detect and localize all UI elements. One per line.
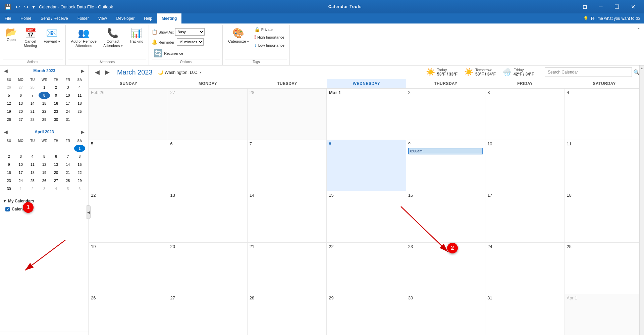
april-cal-cell[interactable]: [62, 145, 73, 152]
undo-icon[interactable]: ↩: [14, 3, 21, 11]
calendar-cell[interactable]: Mar 1: [327, 89, 406, 140]
march-cal-cell[interactable]: 6: [15, 92, 26, 99]
calendar-cell[interactable]: 23: [406, 243, 485, 294]
april-cal-cell[interactable]: 24: [15, 177, 26, 184]
calendar-cell[interactable]: 27: [168, 89, 247, 140]
calendar-cell[interactable]: Feb 26: [89, 89, 168, 140]
april-cal-cell[interactable]: 19: [39, 169, 50, 176]
april-cal-cell[interactable]: 6: [74, 185, 85, 192]
tab-developer[interactable]: Developer: [112, 13, 140, 23]
april-cal-cell[interactable]: 20: [51, 169, 62, 176]
scroll-up-arrow[interactable]: ▲: [640, 66, 644, 70]
april-cal-cell[interactable]: 8: [74, 153, 85, 160]
calendar-cell[interactable]: 21: [248, 243, 327, 294]
calendar-cell[interactable]: 22: [327, 243, 406, 294]
calendar-cell[interactable]: 2: [406, 89, 485, 140]
calendar-cell[interactable]: 17: [485, 191, 565, 243]
march-cal-cell[interactable]: 28: [27, 116, 38, 123]
march-cal-cell[interactable]: 21: [27, 108, 38, 115]
march-cal-cell[interactable]: 17: [62, 100, 73, 107]
april-cal-cell[interactable]: [3, 145, 14, 152]
march-cal-cell[interactable]: 16: [51, 100, 62, 107]
april-cal-cell[interactable]: 29: [74, 177, 85, 184]
calendar-cell[interactable]: 27: [168, 294, 247, 335]
april-cal-cell[interactable]: 26: [39, 177, 50, 184]
april-cal-cell[interactable]: 9: [3, 161, 14, 168]
tab-help[interactable]: Help: [139, 13, 157, 23]
tracking-button[interactable]: 📊 Tracking: [127, 26, 146, 45]
march-cal-cell[interactable]: 29: [39, 116, 50, 123]
calendar-cell[interactable]: 15: [327, 191, 406, 243]
contact-attendees-button[interactable]: 📞 ContactAttendees ▾: [101, 26, 125, 49]
march-cal-cell[interactable]: 9: [51, 92, 62, 99]
calendar-cell[interactable]: 14: [248, 191, 327, 243]
cancel-meeting-button[interactable]: 📅✕ CancelMeeting: [21, 26, 40, 49]
more-nav-button[interactable]: •••: [67, 334, 79, 335]
april-cal-cell[interactable]: 12: [39, 161, 50, 168]
high-importance-button[interactable]: ! High Importance: [253, 34, 286, 41]
forward-button[interactable]: 📧 Forward ▾: [41, 26, 62, 45]
april-cal-cell[interactable]: [39, 145, 50, 152]
march-cal-cell[interactable]: 31: [62, 116, 73, 123]
april-cal-cell[interactable]: 5: [62, 185, 73, 192]
april-cal-cell[interactable]: 30: [3, 185, 14, 192]
customize-icon[interactable]: ▾: [31, 3, 36, 11]
april-cal-cell[interactable]: [27, 145, 38, 152]
march-cal-cell[interactable]: 28: [27, 84, 38, 91]
april-prev-button[interactable]: ◀: [3, 129, 9, 135]
march-cal-cell[interactable]: 30: [51, 116, 62, 123]
minimize-button[interactable]: ─: [593, 1, 608, 12]
april-cal-cell[interactable]: 7: [62, 153, 73, 160]
march-cal-cell[interactable]: 14: [27, 100, 38, 107]
tab-folder[interactable]: Folder: [73, 13, 94, 23]
location-picker[interactable]: 🌙 Washington, D.C. ▾: [158, 70, 202, 75]
tab-meeting[interactable]: Meeting: [157, 13, 181, 23]
march-cal-cell[interactable]: 2: [51, 84, 62, 91]
calendar-cell[interactable]: 6: [168, 140, 247, 191]
low-importance-button[interactable]: ↓ Low Importance: [253, 42, 286, 49]
calendar-cell[interactable]: 12: [89, 191, 168, 243]
march-cal-cell[interactable]: 19: [3, 108, 14, 115]
calendar-cell[interactable]: 7: [248, 140, 327, 191]
categorize-button[interactable]: 🎨 Categorize ▾: [225, 26, 251, 45]
march-cal-cell[interactable]: 18: [74, 100, 85, 107]
april-cal-cell[interactable]: 1: [74, 145, 85, 152]
mail-nav-button[interactable]: ✉: [9, 333, 20, 335]
april-cal-cell[interactable]: 10: [15, 161, 26, 168]
sidebar-collapse-button[interactable]: ◀: [87, 205, 91, 219]
calendar-cell[interactable]: Apr 1: [565, 294, 644, 335]
march-cal-cell[interactable]: 4: [74, 84, 85, 91]
march-cal-cell[interactable]: 27: [15, 84, 26, 91]
calendar-cell[interactable]: 24: [485, 243, 565, 294]
calendar-cell[interactable]: 4: [565, 89, 644, 140]
april-cal-cell[interactable]: 6: [51, 153, 62, 160]
calendar-cell[interactable]: 8: [327, 140, 406, 191]
vertical-scrollbar[interactable]: ▲ ▼: [639, 65, 644, 335]
march-cal-cell[interactable]: 24: [62, 108, 73, 115]
collapse-ribbon-button[interactable]: ⌃: [634, 26, 643, 34]
calendar-cell[interactable]: 11: [565, 140, 644, 191]
cal-next-button[interactable]: ▶: [103, 68, 112, 77]
march-cal-cell[interactable]: 27: [15, 116, 26, 123]
march-next-button[interactable]: ▶: [79, 68, 86, 74]
calendar-cell[interactable]: 28: [248, 294, 327, 335]
calendar-cell[interactable]: 20: [168, 243, 247, 294]
calendar-cell[interactable]: 3: [485, 89, 565, 140]
march-cal-cell[interactable]: 7: [27, 92, 38, 99]
april-cal-cell[interactable]: [15, 145, 26, 152]
march-cal-cell[interactable]: 12: [3, 100, 14, 107]
april-cal-cell[interactable]: 23: [3, 177, 14, 184]
people-nav-button[interactable]: 👥: [37, 333, 50, 335]
show-as-select[interactable]: Busy Free Tentative Out of Office: [175, 28, 205, 36]
calendar-cell[interactable]: 13: [168, 191, 247, 243]
calendar-search-input[interactable]: [545, 67, 632, 77]
april-cal-cell[interactable]: 4: [27, 153, 38, 160]
tab-send-receive[interactable]: Send / Receive: [36, 13, 72, 23]
recurrence-button[interactable]: 🔄 Recurrence: [152, 48, 185, 58]
april-cal-cell[interactable]: 5: [39, 153, 50, 160]
march-cal-cell[interactable]: 26: [3, 116, 14, 123]
april-cal-cell[interactable]: 22: [74, 169, 85, 176]
march-cal-cell[interactable]: 15: [39, 100, 50, 107]
calendar-item-default[interactable]: ✓ Calendar 1: [3, 205, 86, 213]
tell-me-inline[interactable]: 💡 Tell me what you want to do: [579, 13, 644, 23]
